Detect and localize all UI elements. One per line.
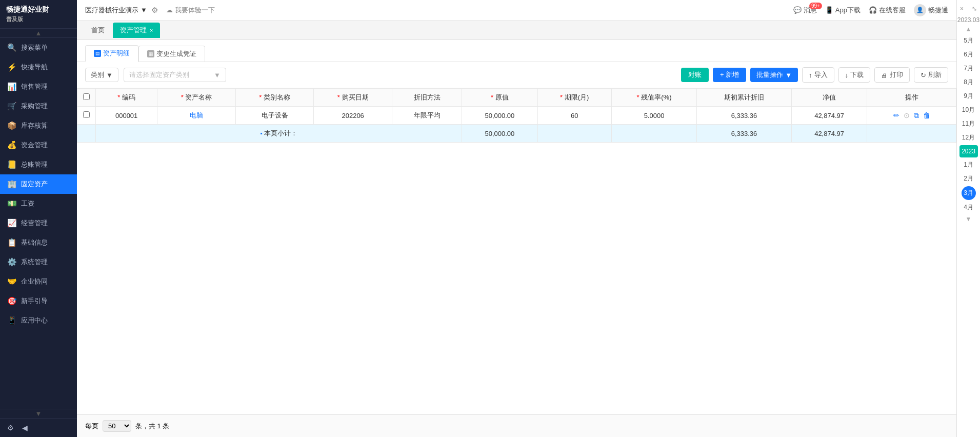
th-residual-rate: * 残值率(%) (612, 89, 697, 107)
sidebar-item-sales[interactable]: 📊销售管理 (0, 77, 77, 96)
toolbar: 类别 ▼ 请选择固定资产类别 ▼ 对账 + 新增 批量操作 ▼ ↑ (77, 62, 956, 88)
cell-name[interactable]: 电脑 (157, 107, 236, 125)
import-button[interactable]: ↑ 导入 (802, 67, 834, 83)
batch-ops-button[interactable]: 批量操作 ▼ (750, 68, 798, 82)
sidebar-item-purchase[interactable]: 🛒采购管理 (0, 96, 77, 116)
sidebar-item-quick-nav[interactable]: ⚡快捷导航 (0, 57, 77, 77)
right-panel: × ⤡ 2023.03 ▲ 5月6月7月8月9月10月11月12月20231月2… (956, 0, 980, 437)
sidebar-item-base-info[interactable]: 📋基础信息 (0, 233, 77, 252)
experience-label: 我要体验一下 (175, 6, 215, 15)
sidebar-item-salary[interactable]: 💵工资 (0, 194, 77, 213)
copy-icon-0[interactable]: ⊙ (904, 111, 910, 120)
month-item-prev-5月[interactable]: 5月 (959, 34, 978, 48)
duplicate-icon-0[interactable]: ⧉ (914, 111, 919, 120)
service-label: 在线客服 (879, 6, 906, 15)
change-voucher-tab-icon: ▦ (147, 50, 154, 57)
month-item-prev-12月[interactable]: 12月 (959, 131, 978, 145)
sidebar-item-inventory[interactable]: 📦库存核算 (0, 116, 77, 135)
collapse-icon[interactable]: ◀ (22, 424, 28, 432)
subtotal-actions (867, 125, 956, 143)
sidebar-scroll-down[interactable]: ▼ (0, 409, 77, 418)
page-tabs: 首页 资产管理 × (77, 21, 956, 40)
cell-code: 000001 (96, 107, 157, 125)
sidebar-bottom: ⚙ ◀ (0, 418, 77, 437)
per-page-select[interactable]: 50 100 (103, 420, 131, 432)
tab-assets-mgmt[interactable]: 资产管理 × (113, 23, 160, 38)
month-item-2月[interactable]: 2月 (959, 172, 978, 186)
print-icon: 🖨 (881, 71, 888, 79)
topbar-gear-icon[interactable]: ⚙ (151, 6, 158, 15)
tab-close-icon[interactable]: × (150, 27, 153, 33)
refresh-button[interactable]: ↻ 刷新 (914, 67, 948, 83)
category-filter[interactable]: 类别 ▼ (85, 68, 118, 82)
sidebar-item-system[interactable]: ⚙️系统管理 (0, 252, 77, 272)
expand-panel-icon[interactable]: ⤡ (972, 5, 977, 12)
year-active-label[interactable]: 2023 (959, 145, 978, 157)
sidebar-label-base-info: 基础信息 (21, 238, 48, 247)
row-checkbox-0[interactable] (83, 111, 90, 118)
month-item-prev-10月[interactable]: 10月 (959, 103, 978, 117)
month-item-1月[interactable]: 1月 (959, 158, 978, 172)
reconcile-button[interactable]: 对账 (681, 68, 709, 82)
sidebar-item-ledger[interactable]: 📒总账管理 (0, 155, 77, 174)
app-download-btn[interactable]: 📱 App下载 (825, 6, 861, 15)
new-button[interactable]: + 新增 (713, 68, 746, 82)
sidebar-item-search[interactable]: 🔍搜索菜单 (0, 38, 77, 57)
sidebar-item-cooperation[interactable]: 🤝企业协同 (0, 272, 77, 291)
messages-btn[interactable]: 💬 消息 99+ (793, 6, 817, 15)
sidebar-label-quick-nav: 快捷导航 (21, 63, 48, 72)
sidebar-item-guide[interactable]: 🎯新手引导 (0, 291, 77, 311)
sidebar-item-capital[interactable]: 💰资金管理 (0, 135, 77, 155)
edit-icon-0[interactable]: ✏ (893, 111, 899, 120)
cell-actions: ✏ ⊙ ⧉ 🗑 (867, 107, 956, 125)
capital-icon: 💰 (7, 141, 17, 150)
category-placeholder: 请选择固定资产类别 (129, 70, 189, 80)
download-button[interactable]: ↓ 下载 (838, 67, 871, 83)
sidebar-item-fixed-assets[interactable]: 🏢固定资产 (0, 174, 77, 194)
subtotal-residual (612, 125, 697, 143)
months-scroll-down[interactable]: ▼ (966, 214, 972, 224)
operations-icon: 📈 (7, 218, 17, 228)
topbar-right: 💬 消息 99+ 📱 App下载 🎧 在线客服 👤 畅捷通 (793, 4, 948, 16)
sidebar-label-fixed-assets: 固定资产 (21, 180, 48, 189)
sub-tabs: ▤ 资产明细 ▦ 变更生成凭证 (77, 40, 956, 62)
month-item-prev-11月[interactable]: 11月 (959, 117, 978, 131)
tab-home[interactable]: 首页 (85, 23, 111, 38)
print-button[interactable]: 🖨 打印 (874, 67, 910, 83)
username: 畅捷通 (928, 6, 948, 15)
sub-tab-asset-detail[interactable]: ▤ 资产明细 (85, 45, 138, 62)
sidebar-item-app-center[interactable]: 📱应用中心 (0, 311, 77, 330)
month-item-prev-9月[interactable]: 9月 (959, 89, 978, 103)
toolbar-right: 对账 + 新增 批量操作 ▼ ↑ 导入 ↓ 下载 🖨 (681, 67, 948, 83)
month-item-prev-6月[interactable]: 6月 (959, 48, 978, 62)
delete-icon-0[interactable]: 🗑 (923, 111, 930, 120)
subtotal-label: ▪ 本页小计： (96, 125, 462, 143)
search-icon: 🔍 (7, 43, 17, 52)
month-item-3月[interactable]: 3月 (962, 186, 976, 200)
user-btn[interactable]: 👤 畅捷通 (914, 4, 948, 16)
th-purchase-date: * 购买日期 (314, 89, 392, 107)
month-item-4月[interactable]: 4月 (959, 201, 978, 214)
settings-icon[interactable]: ⚙ (7, 424, 14, 432)
app-center-icon: 📱 (7, 316, 17, 325)
company-selector[interactable]: 医疗器械行业演示 ▼ (85, 6, 147, 15)
base-info-icon: 📋 (7, 238, 17, 247)
select-all-checkbox[interactable] (83, 93, 90, 100)
fixed-assets-icon: 🏢 (7, 180, 17, 189)
category-input[interactable]: 请选择固定资产类别 ▼ (124, 68, 226, 82)
sidebar-label-purchase: 采购管理 (21, 102, 48, 111)
month-item-prev-8月[interactable]: 8月 (959, 75, 978, 89)
th-period: * 期限(月) (537, 89, 611, 107)
sidebar-scroll-up[interactable]: ▲ (0, 29, 77, 38)
sidebar-item-operations[interactable]: 📈经营管理 (0, 213, 77, 233)
sub-tab-change-voucher[interactable]: ▦ 变更生成凭证 (138, 46, 205, 62)
close-panel-icon[interactable]: × (960, 5, 964, 12)
months-scroll-up[interactable]: ▲ (966, 25, 972, 34)
month-item-prev-7月[interactable]: 7月 (959, 62, 978, 75)
experience-btn[interactable]: ☁ 我要体验一下 (166, 6, 215, 15)
online-service-btn[interactable]: 🎧 在线客服 (869, 6, 906, 15)
category-filter-arrow: ▼ (106, 71, 113, 79)
year-display: 2023.03 (957, 14, 980, 25)
avatar: 👤 (914, 4, 926, 16)
months-list: 5月6月7月8月9月10月11月12月20231月2月3月4月 (959, 34, 978, 214)
